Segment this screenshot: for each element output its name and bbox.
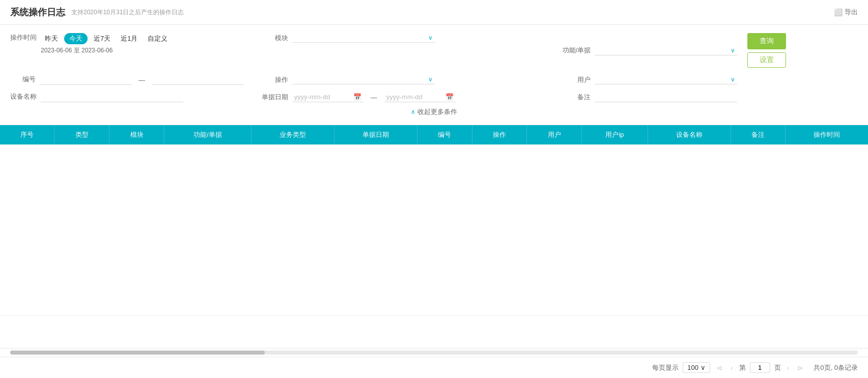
operation-dropdown-icon: ∨ bbox=[428, 76, 433, 83]
collapse-button[interactable]: ∧ 收起更多条件 bbox=[411, 107, 457, 117]
operation-select[interactable]: ∨ bbox=[292, 75, 435, 84]
col-operation: 操作 bbox=[472, 125, 527, 144]
table-header-row: 序号 类型 模块 功能/单据 业务类型 单据日期 编号 操作 用户 用户ip 设… bbox=[0, 125, 868, 144]
time-buttons: 昨天 今天 近7天 近1月 自定义 bbox=[41, 33, 172, 44]
first-page-button[interactable]: ⊲ bbox=[714, 363, 724, 373]
doc-date-filter-col: 单据日期 yyyy-mm-dd 📅 — yyyy-mm-dd 📅 bbox=[253, 92, 555, 102]
time-label: 操作时间 bbox=[10, 33, 37, 42]
module-dropdown-icon: ∨ bbox=[428, 34, 433, 41]
last-page-button[interactable]: ⊳ bbox=[795, 363, 805, 373]
func-label: 功能/单据 bbox=[555, 46, 591, 55]
per-page-label: 每页显示 bbox=[652, 363, 679, 372]
number-label: 编号 bbox=[10, 75, 36, 84]
col-user: 用户 bbox=[527, 125, 582, 144]
page-subtitle: 支持2020年10月31日之后产生的操作日志 bbox=[71, 8, 184, 17]
date-start-picker[interactable]: yyyy-mm-dd 📅 bbox=[292, 92, 363, 102]
last1m-btn[interactable]: 近1月 bbox=[117, 33, 142, 44]
device-filter-col: 设备名称 bbox=[10, 92, 253, 102]
func-dropdown-icon: ∨ bbox=[731, 47, 735, 54]
last7-btn[interactable]: 近7天 bbox=[90, 33, 115, 44]
pagination-bar: 每页显示 100 ∨ ⊲ ‹ 第 页 › ⊳ 共0页, 0条记录 bbox=[0, 357, 868, 378]
user-select[interactable]: ∨ bbox=[595, 75, 737, 84]
col-optime: 操作时间 bbox=[786, 125, 868, 144]
col-index: 序号 bbox=[0, 125, 54, 144]
table-container: 序号 类型 模块 功能/单据 业务类型 单据日期 编号 操作 用户 用户ip 设… bbox=[0, 125, 868, 348]
col-ip: 用户ip bbox=[582, 125, 648, 144]
number-filter-col: 编号 — bbox=[10, 75, 253, 85]
page-title: 系统操作日志 bbox=[10, 6, 65, 18]
action-buttons: 查询 设置 bbox=[747, 33, 786, 68]
time-filter-col: 操作时间 昨天 今天 近7天 近1月 自定义 2023-06-06 至 2023… bbox=[10, 33, 253, 55]
page-unit: 页 bbox=[774, 363, 781, 372]
remark-label: 备注 bbox=[555, 93, 591, 102]
empty-area bbox=[6, 149, 862, 311]
data-table: 序号 类型 模块 功能/单据 业务类型 单据日期 编号 操作 用户 用户ip 设… bbox=[0, 125, 868, 316]
doc-date-label: 单据日期 bbox=[253, 93, 288, 102]
func-filter-col: 功能/单据 ∨ 查询 设置 bbox=[555, 33, 858, 68]
number-start-input[interactable] bbox=[40, 75, 131, 85]
per-page-select[interactable]: 100 ∨ bbox=[683, 362, 710, 373]
user-dropdown-icon: ∨ bbox=[731, 76, 735, 83]
per-page-value: 100 bbox=[687, 364, 698, 371]
col-func: 功能/单据 bbox=[164, 125, 251, 144]
filter-row-2: 编号 — 操作 ∨ 用户 ∨ bbox=[10, 75, 858, 85]
calendar-start-icon: 📅 bbox=[353, 93, 361, 101]
operation-label: 操作 bbox=[253, 75, 288, 84]
scrollbar-thumb[interactable] bbox=[10, 351, 265, 355]
remark-filter-col: 备注 bbox=[555, 92, 858, 102]
filter-row-3: 设备名称 单据日期 yyyy-mm-dd 📅 — yyyy-mm-dd 📅 bbox=[10, 92, 858, 102]
page-header: 系统操作日志 支持2020年10月31日之后产生的操作日志 ⬜ 导出 bbox=[0, 0, 868, 25]
export-button[interactable]: ⬜ 导出 bbox=[834, 8, 858, 17]
col-module: 模块 bbox=[109, 125, 164, 144]
filter-area: 操作时间 昨天 今天 近7天 近1月 自定义 2023-06-06 至 2023… bbox=[0, 25, 868, 125]
next-page-button[interactable]: › bbox=[785, 363, 792, 373]
col-type: 类型 bbox=[54, 125, 109, 144]
export-icon: ⬜ bbox=[834, 8, 843, 16]
yesterday-btn[interactable]: 昨天 bbox=[41, 33, 62, 44]
module-filter-col: 模块 ∨ bbox=[253, 33, 555, 43]
date-range-display: 2023-06-06 至 2023-06-06 bbox=[41, 46, 172, 55]
collapse-icon: ∧ bbox=[411, 108, 415, 115]
module-select[interactable]: ∨ bbox=[292, 33, 435, 43]
page-label: 第 bbox=[739, 363, 746, 372]
user-filter-col: 用户 ∨ bbox=[555, 75, 858, 84]
col-biztype: 业务类型 bbox=[251, 125, 334, 144]
col-remark: 备注 bbox=[731, 125, 786, 144]
page-number-input[interactable] bbox=[750, 362, 770, 373]
device-label: 设备名称 bbox=[10, 92, 37, 101]
total-label: 共0页, 0条记录 bbox=[814, 363, 858, 372]
empty-row bbox=[0, 144, 868, 316]
user-label: 用户 bbox=[555, 75, 591, 84]
calendar-end-icon: 📅 bbox=[445, 93, 454, 101]
custom-btn[interactable]: 自定义 bbox=[144, 33, 172, 44]
today-btn[interactable]: 今天 bbox=[64, 33, 88, 44]
collapse-row: ∧ 收起更多条件 bbox=[10, 104, 858, 117]
date-start-text: yyyy-mm-dd bbox=[294, 93, 353, 101]
date-dash: — bbox=[371, 94, 377, 101]
number-dash: — bbox=[138, 76, 145, 84]
remark-input[interactable] bbox=[595, 92, 737, 102]
table-header: 序号 类型 模块 功能/单据 业务类型 单据日期 编号 操作 用户 用户ip 设… bbox=[0, 125, 868, 144]
date-end-picker[interactable]: yyyy-mm-dd 📅 bbox=[384, 92, 456, 102]
scrollbar-area[interactable] bbox=[0, 348, 868, 357]
func-select[interactable]: ∨ bbox=[595, 46, 737, 55]
table-body bbox=[0, 144, 868, 316]
time-filter: 昨天 今天 近7天 近1月 自定义 2023-06-06 至 2023-06-0… bbox=[41, 33, 172, 55]
settings-button[interactable]: 设置 bbox=[747, 52, 786, 68]
device-input[interactable] bbox=[41, 92, 183, 102]
col-device: 设备名称 bbox=[648, 125, 731, 144]
query-button[interactable]: 查询 bbox=[747, 33, 786, 49]
date-end-text: yyyy-mm-dd bbox=[386, 93, 445, 101]
prev-page-button[interactable]: ‹ bbox=[729, 363, 735, 373]
operation-filter-col: 操作 ∨ bbox=[253, 75, 555, 84]
col-docdate: 单据日期 bbox=[334, 125, 417, 144]
scrollbar-track[interactable] bbox=[10, 351, 858, 355]
col-number: 编号 bbox=[417, 125, 472, 144]
number-end-input[interactable] bbox=[152, 75, 244, 85]
per-page-arrow: ∨ bbox=[701, 364, 706, 371]
filter-row-1: 操作时间 昨天 今天 近7天 近1月 自定义 2023-06-06 至 2023… bbox=[10, 33, 858, 68]
module-label: 模块 bbox=[253, 34, 288, 43]
empty-cell bbox=[0, 144, 868, 316]
